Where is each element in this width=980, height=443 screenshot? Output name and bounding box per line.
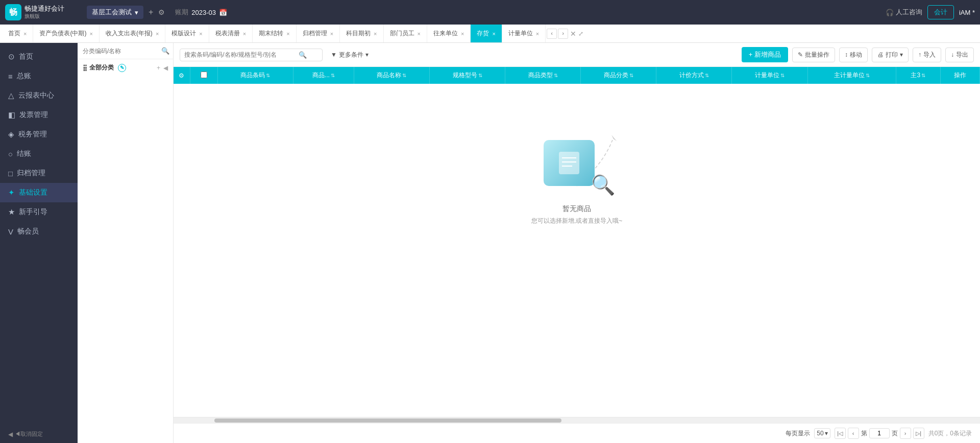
per-page-dropdown-icon: ▾ <box>825 430 828 437</box>
col-type[interactable]: 商品类型⇅ <box>505 67 581 84</box>
print-button[interactable]: 🖨 打印 ▾ <box>872 48 909 62</box>
tab-period[interactable]: 期末结转 × <box>253 25 296 43</box>
sidebar-item-ledger[interactable]: ≡ 总账 <box>0 66 78 86</box>
tab-prev-button[interactable]: ‹ <box>547 29 557 39</box>
tab-tax-close[interactable]: × <box>243 31 246 37</box>
tab-unit[interactable]: 计量单位 × <box>502 25 546 43</box>
col-col3[interactable]: 主3⇅ <box>896 67 940 84</box>
page-navigation: |◁ ‹ 第 页 › ▷| <box>835 428 924 439</box>
sidebar-item-home[interactable]: ⊙ 首页 <box>0 47 78 66</box>
sidebar-item-tax[interactable]: ◈ 税务管理 <box>0 125 78 144</box>
col-code[interactable]: 商品...⇅ <box>293 67 354 84</box>
tab-partner-label: 往来单位 <box>433 29 458 38</box>
col-category[interactable]: 商品分类⇅ <box>581 67 656 84</box>
col-main-unit[interactable]: 主计量单位⇅ <box>807 67 896 84</box>
tab-template-label: 模版设计 <box>172 29 196 38</box>
sidebar-item-archive[interactable]: □ 归档管理 <box>0 164 78 183</box>
tab-archive[interactable]: 归档管理 × <box>297 25 340 43</box>
export-button[interactable]: ↓ 导出 <box>945 48 974 62</box>
sidebar-member-label: 畅会员 <box>17 227 39 236</box>
select-all-checkbox[interactable] <box>201 72 207 78</box>
page-number-input[interactable] <box>869 428 890 438</box>
sort-col3-icon: ⇅ <box>921 73 925 78</box>
tab-income[interactable]: 收入支出表(年报) × <box>100 25 165 43</box>
sidebar-item-member[interactable]: V 畅会员 <box>0 222 78 241</box>
col-name[interactable]: 商品名称⇅ <box>354 67 429 84</box>
category-search-icon[interactable]: 🔍 <box>161 47 169 55</box>
tab-template[interactable]: 模版设计 × <box>165 25 209 43</box>
scrollbar-thumb[interactable] <box>214 418 561 423</box>
tab-balance[interactable]: 资产负债表(中期) × <box>33 25 99 43</box>
sidebar-item-guide[interactable]: ★ 新手引导 <box>0 202 78 222</box>
tab-department[interactable]: 部门员工 × <box>384 25 427 43</box>
tab-inventory-close[interactable]: × <box>492 31 495 37</box>
add-tab-icon[interactable]: + <box>149 8 153 17</box>
prev-page-button[interactable]: ‹ <box>848 428 859 439</box>
product-search-input[interactable] <box>184 51 297 58</box>
calendar-icon[interactable]: 📅 <box>219 9 227 16</box>
add-category-button[interactable]: + <box>157 64 160 72</box>
import-button[interactable]: ↑ 导入 <box>913 48 941 62</box>
sidebar-item-report[interactable]: △ 云报表中心 <box>0 86 78 105</box>
tab-subject[interactable]: 科目期初 × <box>340 25 383 43</box>
consult-button[interactable]: 🎧 人工咨询 <box>886 8 922 17</box>
tab-tax[interactable]: 税表清册 × <box>209 25 253 43</box>
tab-archive-close[interactable]: × <box>330 31 333 37</box>
tab-unit-close[interactable]: × <box>536 31 539 37</box>
tab-home[interactable]: 首页 × <box>2 25 33 43</box>
period-value: 2023-03 <box>191 9 216 16</box>
tab-subject-close[interactable]: × <box>374 31 377 37</box>
next-page-button[interactable]: › <box>900 428 911 439</box>
category-search-input[interactable] <box>83 48 159 55</box>
more-filter-button[interactable]: ▼ 更多条件 ▾ <box>327 49 373 61</box>
category-edit-circle[interactable]: ✎ <box>118 64 126 72</box>
period-label: 账期 <box>175 8 188 17</box>
col-checkbox[interactable] <box>190 67 217 84</box>
tab-partner-close[interactable]: × <box>461 31 464 37</box>
home-icon: ⊙ <box>8 52 15 61</box>
tab-template-close[interactable]: × <box>199 31 202 37</box>
expand-tabs-button[interactable]: ⤢ <box>578 30 583 37</box>
product-search-icon[interactable]: 🔍 <box>299 51 307 59</box>
tab-balance-close[interactable]: × <box>89 31 92 37</box>
last-page-button[interactable]: ▷| <box>913 428 924 439</box>
category-search: 🔍 <box>78 43 173 59</box>
tab-home-close[interactable]: × <box>23 31 27 37</box>
tab-period-close[interactable]: × <box>286 31 289 37</box>
per-page-selector[interactable]: 50 ▾ <box>814 428 830 438</box>
settings-icon[interactable]: ⚙ <box>158 8 165 16</box>
user-label: iAM * <box>959 9 975 16</box>
col-settings[interactable]: ⚙ <box>174 67 190 84</box>
col-unit[interactable]: 计量单位⇅ <box>732 67 807 84</box>
col-price-method[interactable]: 计价方式⇅ <box>656 67 732 84</box>
empty-illustration: 🔍 <box>536 114 618 196</box>
col-spec[interactable]: 规格型号⇅ <box>429 67 505 84</box>
collapse-panel-button[interactable]: ◀ <box>163 64 168 72</box>
tab-partner[interactable]: 往来单位 × <box>427 25 471 43</box>
tab-department-close[interactable]: × <box>418 31 421 37</box>
batch-operations-button[interactable]: ✎ 批量操作 <box>792 48 835 62</box>
page-unit: 页 <box>892 429 898 438</box>
close-all-tabs-button[interactable]: ✕ <box>570 30 576 38</box>
add-product-button[interactable]: + 新增商品 <box>742 47 788 62</box>
tab-income-close[interactable]: × <box>156 31 159 37</box>
account-button[interactable]: 会计 <box>927 5 954 19</box>
company-selector[interactable]: 基层工会测试 ▾ <box>87 6 143 19</box>
sidebar-item-settings[interactable]: ✦ 基础设置 <box>0 183 78 202</box>
sort-main-unit-icon: ⇅ <box>866 73 870 78</box>
move-button[interactable]: ↕ 移动 <box>839 48 868 62</box>
tab-arrows: ‹ › <box>547 29 568 39</box>
logo-area: 畅 畅捷通好会计 旗舰版 <box>5 4 82 20</box>
tab-next-button[interactable]: › <box>558 29 568 39</box>
tab-inventory[interactable]: 存货 × <box>471 25 502 43</box>
all-category-label[interactable]: ⣿ 全部分类 ✎ <box>83 63 126 72</box>
unpin-sidebar-button[interactable]: ◀ ◀取消固定 <box>0 425 78 443</box>
move-icon: ↕ <box>845 51 848 58</box>
sidebar-item-invoice[interactable]: ◧ 发票管理 <box>0 105 78 125</box>
sidebar-item-checkout[interactable]: ○ 结账 <box>0 144 78 164</box>
first-page-button[interactable]: |◁ <box>835 428 846 439</box>
col-barcode[interactable]: 商品条码⇅ <box>217 67 293 84</box>
horizontal-scrollbar[interactable] <box>174 417 980 423</box>
sidebar-ledger-label: 总账 <box>17 72 31 81</box>
report-icon: △ <box>8 91 14 100</box>
